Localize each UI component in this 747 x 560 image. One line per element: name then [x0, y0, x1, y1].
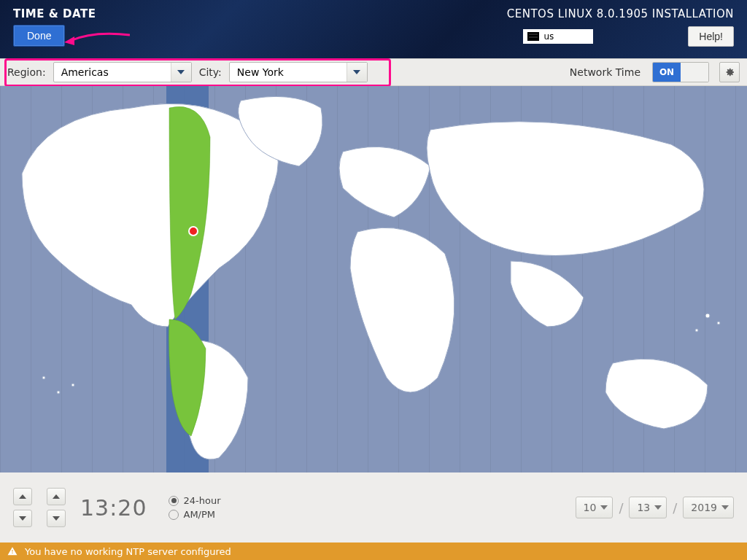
status-bar: You have no working NTP server configure… [0, 542, 747, 560]
format-ampm-radio[interactable]: AM/PM [169, 509, 220, 520]
header: TIME & DATE Done CENTOS LINUX 8.0.1905 I… [0, 0, 747, 58]
day-combo[interactable]: 13 [629, 497, 667, 518]
radio-dot-icon [169, 496, 179, 506]
hours-up-button[interactable] [13, 488, 32, 505]
timezone-map[interactable] [0, 86, 747, 472]
region-combo[interactable]: Americas [53, 62, 192, 82]
region-label: Region: [7, 66, 46, 78]
svg-point-2 [717, 322, 720, 324]
annotation-arrow [64, 32, 130, 47]
time-minutes: 20 [117, 495, 147, 521]
chevron-down-icon [347, 63, 367, 82]
chevron-down-icon [721, 505, 729, 510]
keyboard-layout-value: us [543, 31, 554, 42]
year-combo[interactable]: 2019 [683, 497, 734, 518]
month-value: 10 [584, 502, 597, 513]
chevron-up-icon [53, 494, 60, 499]
warning-icon [7, 546, 18, 556]
product-title: CENTOS LINUX 8.0.1905 INSTALLATION [507, 7, 734, 20]
chevron-down-icon [654, 505, 662, 510]
date-group: 10 / 13 / 2019 [576, 497, 734, 518]
gear-icon [724, 66, 735, 78]
time-display: 13 : 20 [80, 495, 147, 521]
svg-point-4 [42, 376, 45, 379]
city-value: New York [230, 66, 347, 78]
svg-point-1 [705, 314, 710, 318]
chevron-down-icon [600, 505, 608, 510]
city-label: City: [199, 66, 222, 78]
help-button[interactable]: Help! [688, 26, 734, 47]
network-time-label: Network Time [570, 66, 640, 78]
svg-marker-0 [64, 36, 74, 45]
time-date-bar: 13 : 20 24-hour AM/PM 10 / 13 / 2019 [0, 472, 747, 542]
svg-point-3 [695, 329, 698, 332]
svg-point-6 [71, 384, 74, 386]
keyboard-layout-indicator[interactable]: us [523, 29, 593, 44]
year-value: 2019 [691, 502, 717, 513]
chevron-down-icon [171, 63, 191, 82]
region-value: Americas [54, 66, 171, 78]
month-combo[interactable]: 10 [576, 497, 614, 518]
status-message: You have no working NTP server configure… [25, 546, 231, 557]
chevron-down-icon [53, 516, 60, 521]
date-sep: / [673, 500, 677, 516]
svg-point-5 [57, 391, 60, 394]
format-ampm-label: AM/PM [183, 509, 215, 520]
format-24h-label: 24-hour [183, 495, 220, 506]
toggle-off [681, 63, 708, 82]
time-hours: 13 [80, 495, 109, 521]
chevron-up-icon [19, 494, 26, 499]
done-button[interactable]: Done [13, 25, 65, 47]
time-sep: : [109, 495, 117, 521]
day-value: 13 [637, 502, 650, 513]
selected-city-marker [188, 226, 198, 236]
chevron-down-icon [19, 516, 26, 521]
world-map-svg [0, 86, 747, 472]
radio-dot-icon [169, 510, 179, 520]
ntp-settings-button[interactable] [719, 62, 740, 82]
format-24h-radio[interactable]: 24-hour [169, 495, 220, 506]
minutes-up-button[interactable] [47, 488, 66, 505]
network-time-toggle[interactable]: ON [652, 62, 709, 82]
toggle-on: ON [653, 63, 681, 82]
minutes-down-button[interactable] [47, 510, 66, 527]
date-sep: / [619, 500, 623, 516]
hours-down-button[interactable] [13, 510, 32, 527]
keyboard-icon [527, 32, 539, 41]
city-combo[interactable]: New York [229, 62, 368, 82]
controls-bar: Region: Americas City: New York Network … [0, 58, 747, 86]
